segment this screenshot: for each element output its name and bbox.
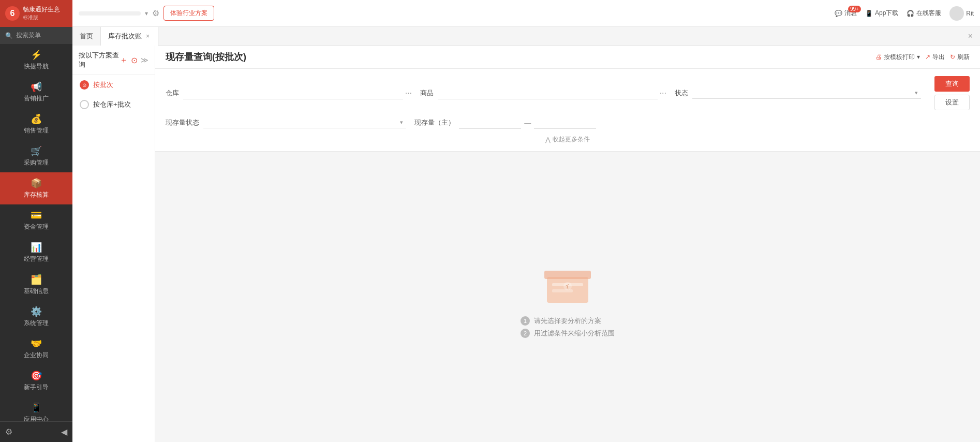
status-select[interactable]: ▾ (692, 87, 921, 99)
left-panel-collapse-icon[interactable]: ≫ (141, 56, 149, 64)
print-template-button[interactable]: 🖨 按模板打印 ▾ (875, 53, 920, 62)
empty-svg: :( (542, 256, 593, 308)
empty-hints: 1 请先选择要分析的方案 2 用过滤条件来缩小分析范围 (521, 316, 615, 338)
warehouse-input[interactable] (183, 87, 403, 99)
sidebar-item-guide[interactable]: 🎯 新手引导 (0, 365, 72, 397)
topbar-gear-icon[interactable]: ⚙ (152, 8, 159, 18)
warehouse-field: 仓库 ··· (166, 87, 412, 99)
system-icon: ⚙️ (31, 306, 42, 317)
purchase-icon: 🛒 (31, 145, 42, 157)
sidebar-item-marketing[interactable]: 📢 营销推广 (0, 76, 72, 108)
sidebar-item-label: 系统管理 (24, 319, 49, 328)
left-panel: 按以下方案查询 ＋ ⊙ ≫ ⊙ 按批次 按仓库+批次 (72, 46, 155, 442)
empty-hint-2: 2 用过滤条件来缩小分析范围 (521, 329, 615, 338)
sidebar-company-info: 畅康通好生意 标准版 (23, 6, 60, 21)
sidebar-item-operations[interactable]: 📊 经营管理 (0, 237, 72, 269)
sidebar-item-label: 新手引导 (24, 383, 49, 392)
tabs-bar: 首页 库存批次账 × × (72, 27, 980, 46)
user-avatar[interactable]: Rit (949, 6, 974, 21)
sidebar-item-purchase[interactable]: 🛒 采购管理 (0, 140, 72, 172)
sidebar-search[interactable]: 🔍 搜索菜单 (0, 27, 72, 44)
svg-rect-1 (544, 271, 591, 279)
app-download-label: App下载 (875, 9, 898, 18)
product-input[interactable] (438, 87, 658, 99)
product-label: 商品 (420, 89, 434, 98)
trial-button[interactable]: 体验行业方案 (164, 6, 214, 21)
add-scheme-icon[interactable]: ＋ (120, 55, 128, 66)
collapse-more-button[interactable]: ⋀ 收起更多条件 (166, 135, 970, 144)
empty-state: :( 1 请先选择要分析的方案 2 用过滤条件来缩小分析范围 (155, 152, 980, 442)
topbar-actions: 💬 消息 99+ 📱 App下载 🎧 在线客服 Rit (835, 6, 974, 21)
scheme-by-batch-label: 按批次 (93, 80, 113, 90)
sidebar-item-quick-nav[interactable]: ⚡ 快捷导航 (0, 44, 72, 76)
warehouse-label: 仓库 (166, 89, 179, 98)
sidebar-item-inventory[interactable]: 📦 库存核算 (0, 172, 72, 204)
search-icon: 🔍 (5, 32, 13, 39)
print-dropdown-icon[interactable]: ▾ (917, 53, 920, 61)
marketing-icon: 📢 (31, 81, 42, 93)
inventory-qty-to[interactable] (534, 116, 596, 129)
sidebar-item-label: 应用中心 (24, 415, 49, 421)
quick-nav-icon: ⚡ (31, 49, 42, 61)
page-header-actions: 🖨 按模板打印 ▾ ↗ 导出 ↻ 刷新 (875, 53, 970, 62)
sidebar-item-collab[interactable]: 🤝 企业协同 (0, 333, 72, 365)
filter-buttons: 查询 设置 (934, 76, 970, 110)
app-download-button[interactable]: 📱 App下载 (865, 9, 898, 18)
topbar: ▾ ⚙ 体验行业方案 💬 消息 99+ 📱 App下载 🎧 在线客服 Rit (72, 0, 980, 27)
tab-inventory-batch[interactable]: 库存批次账 × (101, 27, 158, 46)
left-panel-title: 按以下方案查询 (79, 51, 120, 69)
sidebar-company-name: 畅康通好生意 (23, 6, 60, 14)
warehouse-dots[interactable]: ··· (405, 89, 412, 98)
query-button[interactable]: 查询 (934, 76, 970, 92)
hint-num-2: 2 (521, 329, 530, 338)
refresh-label: 刷新 (957, 53, 970, 62)
scheme-gear-icon[interactable]: ⊙ (131, 55, 138, 65)
online-service-button[interactable]: 🎧 在线客服 (907, 9, 941, 18)
settings-button[interactable]: 设置 (934, 95, 970, 110)
inventory-qty-from[interactable] (459, 116, 521, 129)
topbar-search-box[interactable] (79, 11, 141, 16)
messages-button[interactable]: 💬 消息 99+ (835, 9, 857, 18)
sidebar-item-system[interactable]: ⚙️ 系统管理 (0, 301, 72, 333)
inventory-icon: 📦 (31, 178, 42, 189)
sidebar-item-sales[interactable]: 💰 销售管理 (0, 108, 72, 140)
page-title: 现存量查询(按批次) (166, 51, 246, 63)
refresh-button[interactable]: ↻ 刷新 (950, 53, 970, 62)
sidebar-item-apps[interactable]: 📱 应用中心 (0, 397, 72, 421)
sidebar-collapse-icon[interactable]: ◀ (61, 427, 67, 437)
left-panel-actions: ＋ ⊙ ≫ (120, 55, 149, 66)
tab-home[interactable]: 首页 (72, 27, 101, 46)
message-icon: 💬 (835, 10, 842, 17)
scheme-by-warehouse-batch-label: 按仓库+批次 (93, 100, 131, 109)
sidebar-item-label: 销售管理 (24, 126, 49, 135)
export-button[interactable]: ↗ 导出 (925, 53, 945, 62)
sidebar-item-label: 营销推广 (24, 94, 49, 103)
left-panel-header: 按以下方案查询 ＋ ⊙ ≫ (72, 46, 155, 75)
sidebar-settings-icon[interactable]: ⚙ (5, 427, 12, 437)
sidebar-item-basic[interactable]: 🗂️ 基础信息 (0, 269, 72, 301)
tabs-close-all-button[interactable]: × (961, 32, 980, 41)
sidebar-item-finance[interactable]: 💳 资金管理 (0, 204, 72, 237)
inventory-status-select[interactable]: ▾ (203, 117, 406, 128)
product-dots[interactable]: ··· (660, 89, 666, 98)
sidebar: 6 畅康通好生意 标准版 🔍 搜索菜单 ⚡ 快捷导航 📢 营销推广 💰 销售管理… (0, 0, 72, 442)
inventory-status-label: 现存量状态 (166, 118, 199, 127)
sidebar-header: 6 畅康通好生意 标准版 (0, 0, 72, 27)
scheme-item-by-batch[interactable]: ⊙ 按批次 (72, 75, 155, 95)
sidebar-edition: 标准版 (23, 14, 60, 21)
tab-close-icon[interactable]: × (145, 33, 151, 40)
refresh-icon: ↻ (950, 53, 955, 61)
product-field: 商品 ··· (420, 87, 666, 99)
avatar-image (949, 6, 964, 21)
hint-num-1: 1 (521, 316, 530, 326)
sidebar-item-label: 采购管理 (24, 158, 49, 167)
online-service-label: 在线客服 (916, 9, 941, 18)
tab-inventory-batch-label: 库存批次账 (108, 32, 142, 41)
sidebar-bottom: ⚙ ◀ (0, 421, 72, 442)
hint-text-2: 用过滤条件来缩小分析范围 (534, 329, 615, 338)
range-dash: — (521, 119, 534, 127)
scheme-item-by-warehouse-batch[interactable]: 按仓库+批次 (72, 95, 155, 114)
topbar-dropdown-icon[interactable]: ▾ (145, 10, 148, 17)
collab-icon: 🤝 (31, 338, 42, 349)
right-panel: 现存量查询(按批次) 🖨 按模板打印 ▾ ↗ 导出 ↻ 刷新 (155, 46, 980, 442)
